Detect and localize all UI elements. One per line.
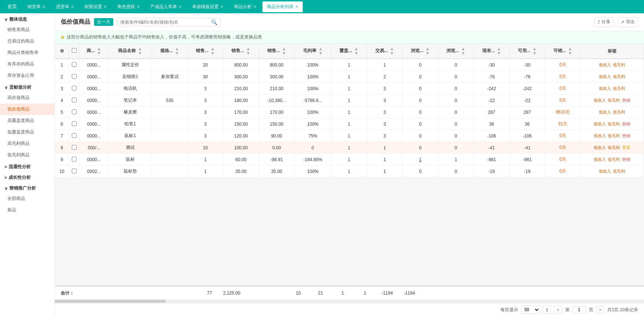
- sidebar-group-circulation[interactable]: > 流通性分析: [0, 161, 54, 171]
- sidebar-item-new-goods[interactable]: 新品: [0, 204, 54, 216]
- row-checkbox[interactable]: [72, 109, 77, 114]
- cell-name[interactable]: 鼠标垫: [108, 166, 152, 177]
- nav-permission-close[interactable]: ✕: [104, 4, 107, 9]
- first-page-btn[interactable]: ⟪: [543, 306, 551, 314]
- nav-product-in[interactable]: 产成品入库单 ✕: [146, 1, 186, 12]
- nav-role-close[interactable]: ✕: [137, 4, 140, 9]
- sort-view1[interactable]: ▲▼: [425, 47, 430, 55]
- sidebar-group-contribution[interactable]: ∨ 贡献值分析: [0, 81, 54, 92]
- share-button[interactable]: ⤴ 分享: [594, 17, 614, 27]
- sort-name[interactable]: ▲▼: [138, 47, 142, 55]
- cell-view1[interactable]: 1: [402, 154, 438, 166]
- sort-current-stock[interactable]: ▲▼: [497, 47, 501, 55]
- sidebar-item-sales-goods[interactable]: 销售类商品: [0, 24, 54, 35]
- cell-checkbox[interactable]: [69, 95, 80, 106]
- cell-name[interactable]: 笔记本: [108, 95, 152, 106]
- row-checkbox[interactable]: [72, 62, 77, 67]
- sort-view2[interactable]: ▲▼: [461, 47, 466, 55]
- sort-trade[interactable]: ▲▼: [390, 47, 394, 55]
- sidebar-item-stock-fund[interactable]: 库存资金占用: [0, 70, 54, 81]
- cell-checkbox[interactable]: [69, 106, 80, 118]
- nav-template-close[interactable]: ✕: [220, 4, 224, 9]
- sidebar-item-high-profit[interactable]: 高毛利商品: [0, 138, 54, 149]
- sort-sales-amount[interactable]: ▲▼: [246, 47, 251, 55]
- sort-sales-profit[interactable]: ▲▼: [282, 47, 286, 55]
- nav-analysis-list[interactable]: 商品分析列表 ✕: [262, 1, 303, 12]
- search-icon[interactable]: 🔍: [211, 19, 217, 25]
- cell-name[interactable]: 属性定价: [108, 59, 152, 71]
- sidebar-group-overall[interactable]: ∨ 整体信息: [0, 13, 54, 24]
- cell-name[interactable]: 吴细细1: [108, 71, 152, 83]
- row-checkbox[interactable]: [72, 133, 77, 138]
- nav-home[interactable]: 首页: [3, 1, 21, 12]
- row-checkbox[interactable]: [72, 145, 77, 150]
- sort-gross-margin[interactable]: ▲▼: [318, 47, 323, 55]
- cell-checkbox[interactable]: [69, 154, 80, 166]
- nav-purchase[interactable]: 进货单 ✕: [51, 1, 78, 12]
- cell-checkbox[interactable]: [69, 142, 80, 154]
- sidebar-item-category-rate[interactable]: 商品分类销售率: [0, 47, 54, 58]
- select-all-checkbox[interactable]: [72, 48, 77, 53]
- cell-checkbox[interactable]: [69, 71, 80, 83]
- row-checkbox[interactable]: [72, 169, 77, 173]
- nav-analysis[interactable]: 商品分析 ✕: [229, 1, 261, 12]
- sidebar-item-traded-goods[interactable]: 交易过的商品: [0, 35, 54, 47]
- cell-name[interactable]: 鼠标1: [108, 130, 152, 142]
- cell-checkbox[interactable]: [69, 130, 80, 142]
- next-page-btn[interactable]: >: [596, 306, 604, 314]
- nav-sales[interactable]: 销货单 ✕: [23, 1, 50, 12]
- nav-role[interactable]: 角色授权 ✕: [113, 1, 144, 12]
- cell-row-no: 1: [55, 59, 69, 71]
- sidebar-item-all-goods[interactable]: 全部商品: [0, 193, 54, 204]
- page-number-input[interactable]: [573, 306, 586, 313]
- sidebar-item-high-value[interactable]: 高价值商品: [0, 92, 54, 103]
- sidebar-item-low-profit[interactable]: 低毛利商品: [0, 149, 54, 161]
- cell-name[interactable]: 橡皮擦: [108, 106, 152, 118]
- content-area: 低价值商品 近一月 🔍 ⤴ 分享 ↗ 导出 ✿ 这部分商品: [55, 13, 644, 316]
- sidebar-group-marketing[interactable]: ∨ 营销推广分析: [0, 182, 54, 193]
- cell-checkbox[interactable]: [69, 59, 80, 71]
- sidebar-item-high-coverage[interactable]: 高覆盖度商品: [0, 115, 54, 126]
- sort-coverage[interactable]: ▲▼: [354, 47, 359, 55]
- nav-sales-close[interactable]: ✕: [42, 4, 46, 9]
- cell-name[interactable]: 鼠标: [108, 154, 152, 166]
- nav-analysis-close[interactable]: ✕: [253, 4, 256, 9]
- cell-checkbox[interactable]: [69, 83, 80, 95]
- sidebar-group-growth[interactable]: > 成长性分析: [0, 171, 54, 182]
- sort-saleable[interactable]: ▲▼: [568, 47, 573, 55]
- nav-purchase-close[interactable]: ✕: [71, 4, 74, 9]
- cell-checkbox[interactable]: [69, 166, 80, 177]
- nav-permission[interactable]: 权限设置 ✕: [80, 1, 111, 12]
- nav-product-in-close[interactable]: ✕: [178, 4, 182, 9]
- nav-analysis-list-close[interactable]: ✕: [295, 4, 298, 9]
- row-checkbox[interactable]: [72, 98, 77, 102]
- col-settings[interactable]: ⚙: [55, 44, 69, 59]
- cell-sales-qty: 3: [188, 95, 223, 106]
- date-tag[interactable]: 近一月: [94, 18, 113, 26]
- nav-template[interactable]: 单据模板设置 ✕: [188, 1, 228, 12]
- sort-available[interactable]: ▲▼: [532, 47, 537, 55]
- page-size-select[interactable]: 50 100: [521, 306, 540, 314]
- search-input[interactable]: [120, 20, 209, 25]
- table-container[interactable]: ⚙ 商... ▲▼ 商品名称 ▲▼ 规格... ▲▼ 销售... ▲▼ 销售..…: [55, 44, 644, 285]
- row-checkbox[interactable]: [72, 86, 77, 91]
- sort-code[interactable]: ▲▼: [97, 47, 101, 55]
- export-button[interactable]: ↗ 导出: [617, 17, 638, 27]
- cell-view2: 0: [438, 95, 474, 106]
- cell-checkbox[interactable]: [69, 118, 80, 130]
- cell-name[interactable]: 测试: [108, 142, 152, 154]
- row-checkbox[interactable]: [72, 74, 77, 79]
- sort-sales-qty[interactable]: ▲▼: [211, 47, 215, 55]
- scroll-thumb[interactable]: [55, 300, 166, 303]
- sidebar-item-low-value[interactable]: 低价值商品: [0, 103, 54, 115]
- sort-spec[interactable]: ▲▼: [175, 47, 179, 55]
- prev-page-btn[interactable]: <: [554, 306, 562, 314]
- col-checkbox[interactable]: [69, 44, 80, 59]
- row-checkbox[interactable]: [72, 157, 77, 162]
- row-checkbox[interactable]: [72, 121, 77, 126]
- cell-name[interactable]: 铅笔1: [108, 118, 152, 130]
- sidebar-item-low-coverage[interactable]: 低覆盖度商品: [0, 126, 54, 138]
- sidebar-item-stock-goods[interactable]: 有库存的商品: [0, 58, 54, 70]
- cell-name[interactable]: 电话机: [108, 83, 152, 95]
- tag: 低收入: [599, 86, 611, 91]
